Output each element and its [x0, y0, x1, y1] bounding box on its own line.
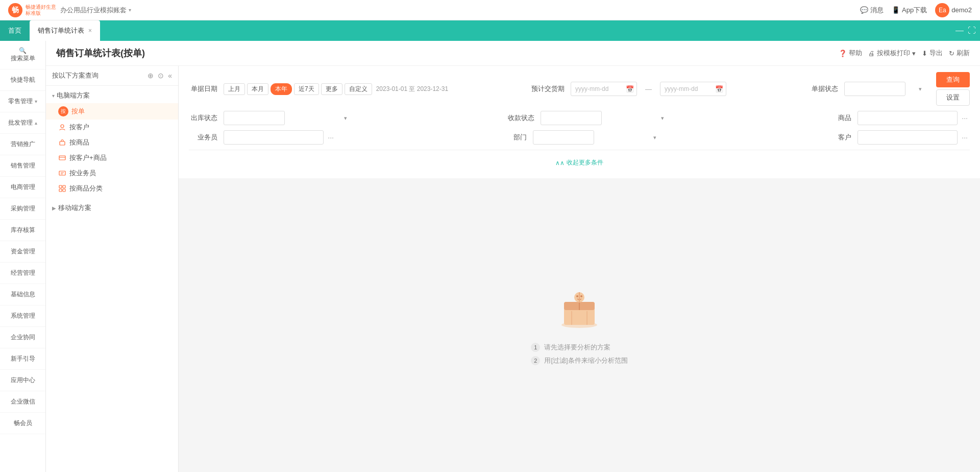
- sidebar-item-member[interactable]: 畅会员: [0, 413, 45, 434]
- active-tab[interactable]: 销售订单统计表 ×: [30, 20, 100, 41]
- tab-minimize-icon[interactable]: —: [955, 26, 964, 35]
- goods-input[interactable]: [857, 111, 958, 125]
- query-settings-group: 查询 设置: [936, 72, 970, 106]
- breadcrumb-dropdown-icon[interactable]: ▾: [129, 7, 131, 13]
- shortcut-this-year[interactable]: 本年: [271, 83, 292, 95]
- shortcut-last-month[interactable]: 上月: [224, 83, 245, 95]
- message-button[interactable]: 💬 消息: [860, 6, 884, 15]
- goods-more-icon[interactable]: ···: [960, 114, 970, 122]
- shortcut-more[interactable]: 更多: [321, 83, 342, 95]
- sidebar-item-marketing[interactable]: 营销推广: [0, 134, 45, 155]
- help-button[interactable]: ❓ 帮助: [839, 49, 862, 58]
- refresh-button[interactable]: ↻ 刷新: [949, 49, 970, 58]
- sidebar-item-retail[interactable]: 零售管理 ▾: [0, 91, 45, 112]
- expected-date-end-input[interactable]: [660, 82, 726, 96]
- sidebar-item-system[interactable]: 系统管理: [0, 305, 45, 327]
- sidebar-item-newbie[interactable]: 新手引导: [0, 348, 45, 370]
- date-range-text: 2023-01-01 至 2023-12-31: [376, 85, 448, 93]
- sidebar-item-label: 新手引导: [4, 355, 41, 363]
- home-tab[interactable]: 首页: [0, 20, 30, 41]
- sidebar-item-inventory[interactable]: 库存核算: [0, 220, 45, 241]
- plan-item-by-goods[interactable]: 按商品: [46, 135, 178, 150]
- sidebar-item-label: 经营管理: [4, 269, 41, 277]
- sidebar-item-label: 畅会员: [4, 419, 41, 428]
- template-print-button[interactable]: 🖨 按模板打印 ▾: [868, 49, 916, 58]
- add-plan-icon[interactable]: ⊕: [148, 72, 154, 80]
- expected-date-start-input[interactable]: [571, 82, 637, 96]
- sidebar-item-wechat[interactable]: 企业微信: [0, 391, 45, 413]
- breadcrumb-area: 办公用品行业模拟账套 ▾: [60, 6, 131, 15]
- sidebar-item-operation[interactable]: 经营管理: [0, 263, 45, 284]
- status-select[interactable]: [844, 82, 905, 96]
- goods-label: 商品: [823, 113, 851, 123]
- customer-input-wrapper: ···: [857, 130, 970, 145]
- sidebar-item-enterprise[interactable]: 企业协同: [0, 327, 45, 348]
- sidebar-item-label: 零售管理: [8, 97, 33, 106]
- customer-more-icon[interactable]: ···: [960, 133, 970, 141]
- active-tab-label: 销售订单统计表: [38, 26, 84, 35]
- pc-group-header[interactable]: ▾ 电脑端方案: [46, 88, 178, 103]
- sidebar-item-basic[interactable]: 基础信息: [0, 284, 45, 305]
- user-area[interactable]: Ea demo2: [935, 3, 972, 17]
- svg-point-16: [576, 295, 578, 297]
- sidebar-item-label: 搜索菜单: [4, 54, 41, 63]
- empty-hint-1: 1 请先选择要分析的方案: [531, 343, 627, 352]
- collapse-button[interactable]: ∧∧ 收起更多条件: [189, 155, 970, 170]
- svg-point-17: [580, 295, 582, 297]
- mobile-group-header[interactable]: ▶ 移动端方案: [46, 200, 178, 216]
- sidebar-item-sales[interactable]: 销售管理: [0, 155, 45, 177]
- ship-status-select[interactable]: [224, 111, 285, 125]
- plan-icon-goods: [58, 138, 66, 147]
- message-icon: 💬: [860, 6, 868, 14]
- help-icon: ❓: [839, 50, 847, 57]
- status-label: 单据状态: [810, 84, 838, 93]
- dept-select[interactable]: [533, 130, 594, 145]
- query-button[interactable]: 查询: [936, 72, 970, 87]
- sidebar-item-quicknav[interactable]: 快捷导航: [0, 69, 45, 91]
- sidebar-item-wholesale[interactable]: 批发管理 ▴: [0, 112, 45, 134]
- date-shortcut-group: 上月 本月 本年 近7天 更多 自定义 2023-01-01 至 2023-12…: [224, 83, 448, 95]
- shortcut-custom[interactable]: 自定义: [345, 83, 372, 95]
- salesman-input[interactable]: [224, 130, 324, 145]
- search-menu-icon: 🔍: [19, 47, 27, 54]
- settings-plan-icon[interactable]: ⊙: [158, 72, 164, 80]
- collapse-panel-icon[interactable]: «: [168, 72, 172, 80]
- shortcut-this-month[interactable]: 本月: [247, 83, 268, 95]
- template-print-label: 按模板打印: [877, 49, 910, 58]
- empty-state: 1 请先选择要分析的方案 2 用[过滤]条件来缩小分析范围: [179, 178, 980, 472]
- avatar: Ea: [935, 3, 949, 17]
- sidebar-item-label: 库存核算: [4, 226, 41, 234]
- settings-button[interactable]: 设置: [936, 89, 970, 106]
- customer-input[interactable]: [857, 130, 958, 145]
- tab-maximize-icon[interactable]: ⛶: [968, 26, 976, 35]
- tab-bar-actions: — ⛶: [955, 26, 980, 35]
- plan-item-by-customer-goods[interactable]: 按客户+商品: [46, 150, 178, 166]
- tab-bar: 首页 销售订单统计表 × — ⛶: [0, 20, 980, 41]
- logo-icon: 畅: [8, 3, 22, 17]
- content-inner: 按以下方案查询 ⊕ ⊙ « ▾ 电脑端方案 按: [46, 66, 980, 472]
- export-button[interactable]: ⬇ 导出: [922, 49, 943, 58]
- sidebar-item-appstore[interactable]: 应用中心: [0, 370, 45, 391]
- sidebar-item-search[interactable]: 🔍 搜索菜单: [0, 41, 45, 69]
- plan-item-by-order[interactable]: 按 按单: [46, 103, 178, 120]
- empty-illustration: [549, 281, 610, 333]
- left-panel-title: 按以下方案查询: [52, 71, 99, 80]
- plan-item-label: 按商品分类: [69, 184, 103, 193]
- receive-status-select[interactable]: [541, 111, 602, 125]
- sidebar-item-ecommerce[interactable]: 电商管理: [0, 177, 45, 198]
- plan-item-by-category[interactable]: 按商品分类: [46, 181, 178, 196]
- sidebar-item-label: 批发管理: [8, 119, 33, 127]
- export-icon: ⬇: [922, 50, 927, 57]
- salesman-more-icon[interactable]: ···: [326, 133, 336, 141]
- plan-item-by-salesman[interactable]: 按业务员: [46, 166, 178, 181]
- tab-close-icon[interactable]: ×: [88, 27, 92, 34]
- content-area: 销售订单统计表(按单) ❓ 帮助 🖨 按模板打印 ▾ ⬇ 导出 ↻ 刷新: [46, 41, 980, 472]
- sidebar-item-purchase[interactable]: 采购管理: [0, 198, 45, 220]
- app-download-button[interactable]: 📱 App下载: [892, 6, 927, 15]
- app-icon: 📱: [892, 6, 900, 14]
- date-separator: —: [643, 85, 654, 93]
- shortcut-last-7days[interactable]: 近7天: [294, 83, 319, 95]
- export-label: 导出: [929, 49, 943, 58]
- plan-item-by-customer[interactable]: 按客户: [46, 120, 178, 135]
- sidebar-item-finance[interactable]: 资金管理: [0, 241, 45, 263]
